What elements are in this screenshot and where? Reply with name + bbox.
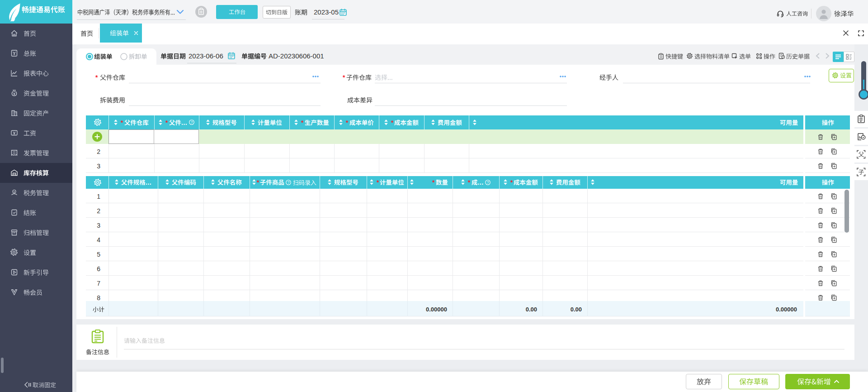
- svg-text:?: ?: [288, 180, 290, 185]
- svg-text:?: ?: [191, 120, 193, 124]
- svg-text:?: ?: [487, 180, 489, 185]
